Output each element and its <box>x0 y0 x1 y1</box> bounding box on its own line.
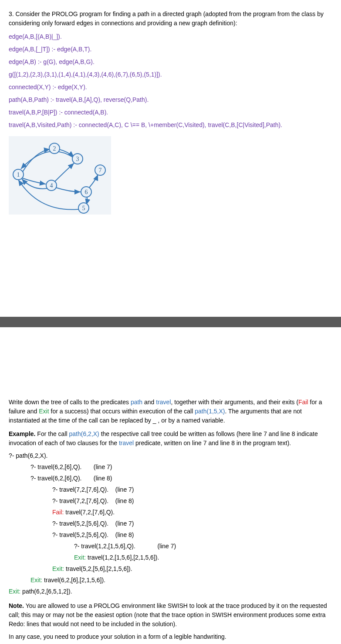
trace-call: ?- travel(1,2,[1,5,6],Q). <box>74 543 135 550</box>
trace-call: ?- travel(5,2,[5,6],Q). <box>52 531 108 538</box>
exit-label: Exit: <box>52 565 64 572</box>
note-label: Note. <box>9 602 24 609</box>
task-text: and <box>142 399 156 406</box>
line-ref: (line 7) <box>157 543 176 550</box>
trace-exit: travel(1,2,[1,5,6],[2,1,5,6]). <box>86 554 159 561</box>
trace-call: ?- travel(5,2,[5,6],Q). <box>52 520 108 527</box>
trace-call: ?- travel(7,2,[7,6],Q). <box>52 486 108 493</box>
code-line-7: travel(A,B,P,[B|P]) :- connected(A,B). <box>9 108 332 117</box>
line-ref: (line 7) <box>115 520 134 527</box>
code-line-8: travel(A,B,Visited,Path) :- connected(A,… <box>9 121 332 130</box>
page-gap-top <box>0 232 341 317</box>
trace-exit: travel(5,2,[5,6],[2,1,5,6]). <box>64 565 132 572</box>
code-line-3: edge(A,B) :- g(G), edge(A,B,G). <box>9 57 332 67</box>
final-paragraph: In any case, you need to produce your so… <box>9 632 332 641</box>
example-text: For the call <box>35 430 69 437</box>
example-travel: travel <box>119 439 134 446</box>
tree-line: Exit: travel(6,2,[6],[2,1,5,6]). <box>30 576 332 585</box>
call-query: path(1,5,X) <box>195 408 225 415</box>
tree-line: ?- travel(1,2,[1,5,6],Q). (line 7) <box>74 542 332 551</box>
svg-text:4: 4 <box>50 182 53 189</box>
task-section: Write down the tree of calls to the pred… <box>0 388 341 644</box>
example-paragraph: Example. For the call path(6,2,X) the re… <box>9 429 332 448</box>
task-text: Write down the tree of calls to the pred… <box>9 399 131 406</box>
svg-text:2: 2 <box>53 145 56 152</box>
page-divider <box>0 317 341 327</box>
svg-text:3: 3 <box>76 156 79 162</box>
code-line-5: connected(X,Y) :- edge(X,Y). <box>9 83 332 92</box>
code-line-2: edge(A,B,[_|T]) :- edge(A,B,T). <box>9 45 332 54</box>
trace-fail: travel(7,2,[7,6],Q). <box>64 509 115 516</box>
question-intro: 3. Consider the PROLOG program for findi… <box>9 10 332 28</box>
line-ref: (line 8) <box>115 531 134 538</box>
code-line-6: path(A,B,Path) :- travel(A,B,[A],Q), rev… <box>9 95 332 104</box>
note-text: You are allowed to use a PROLOG environm… <box>9 602 327 627</box>
tree-line: Exit: travel(5,2,[5,6],[2,1,5,6]). <box>52 564 332 574</box>
graph-diagram: 1 2 3 4 5 6 7 <box>9 136 332 215</box>
trace-call: ?- travel(6,2,[6],Q). <box>30 463 81 470</box>
svg-text:6: 6 <box>85 189 88 195</box>
page-gap-bottom <box>0 327 341 388</box>
trace-exit: path(6,2,[6,5,1,2]). <box>20 588 72 595</box>
example-call: path(6,2,X) <box>69 430 99 437</box>
exit-label: Exit: <box>74 554 86 561</box>
tree-line: ?- travel(5,2,[5,6],Q). (line 7) <box>52 519 332 528</box>
svg-text:7: 7 <box>99 167 102 174</box>
example-text: predicate, written on line 7 and line 8 … <box>134 439 291 446</box>
trace-exit: travel(6,2,[6],[2,1,5,6]). <box>42 577 105 584</box>
exit-label: Exit: <box>30 577 42 584</box>
line-ref: (line 8) <box>94 475 112 482</box>
tree-line: Exit: travel(1,2,[1,5,6],[2,1,5,6]). <box>74 553 332 562</box>
line-ref: (line 7) <box>94 463 112 470</box>
fail-text: Fail <box>298 399 308 406</box>
trace-call: ?- travel(6,2,[6],Q). <box>30 475 81 482</box>
tree-line: Exit: path(6,2,[6,5,1,2]). <box>9 587 332 596</box>
svg-text:5: 5 <box>82 205 85 211</box>
travel-link: travel <box>156 399 171 406</box>
exit-text: Exit <box>39 408 49 415</box>
tree-root: ?- path(6,2,X). <box>9 451 332 460</box>
exit-label: Exit: <box>9 588 20 595</box>
graph-svg: 1 2 3 4 5 6 7 <box>9 136 111 215</box>
code-line-1: edge(A,B,[(A,B)|_]). <box>9 32 332 41</box>
task-text: , together with their arguments, and the… <box>171 399 299 406</box>
tree-line: ?- travel(7,2,[7,6],Q). (line 7) <box>52 485 332 494</box>
trace-call: ?- travel(7,2,[7,6],Q). <box>52 497 108 504</box>
line-ref: (line 7) <box>115 486 134 493</box>
note-paragraph: Note. You are allowed to use a PROLOG en… <box>9 601 332 629</box>
tree-line: Fail: travel(7,2,[7,6],Q). <box>52 508 332 517</box>
code-line-4: g([(1,2),(2,3),(3,1),(1,4),(4,1),(4,3),(… <box>9 70 332 79</box>
line-ref: (line 8) <box>115 497 134 504</box>
task-paragraph-1: Write down the tree of calls to the pred… <box>9 398 332 425</box>
svg-text:1: 1 <box>17 171 20 178</box>
question-number: 3. <box>9 10 14 17</box>
example-label: Example. <box>9 430 35 437</box>
fail-label: Fail: <box>52 509 64 516</box>
question-intro-text: Consider the PROLOG program for finding … <box>9 10 324 27</box>
path-link: path <box>131 399 142 406</box>
tree-line: ?- travel(6,2,[6],Q). (line 7) <box>30 463 332 472</box>
question-section: 3. Consider the PROLOG program for findi… <box>0 0 341 232</box>
tree-line: ?- travel(6,2,[6],Q). (line 8) <box>30 474 332 483</box>
tree-line: ?- travel(7,2,[7,6],Q). (line 8) <box>52 496 332 506</box>
task-text: for a success) that occurs within execut… <box>49 408 195 415</box>
tree-line: ?- travel(5,2,[5,6],Q). (line 8) <box>52 530 332 540</box>
